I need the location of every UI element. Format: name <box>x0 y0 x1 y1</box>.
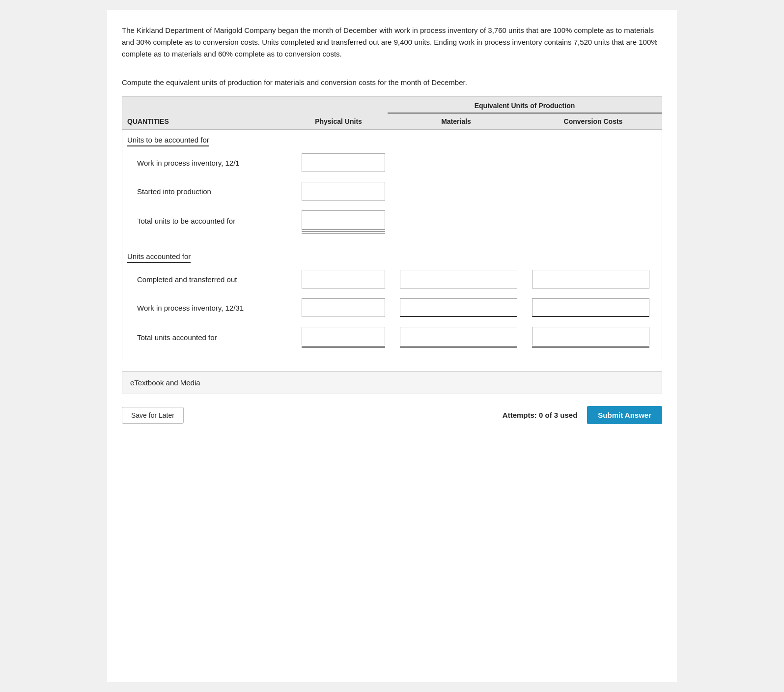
description-paragraph1: The Kirkland Department of Marigold Comp… <box>122 25 662 60</box>
cell-wip-1231-materials <box>392 298 525 317</box>
cell-wip-1231-physical <box>294 298 392 317</box>
eup-header: Equivalent Units of Production <box>388 97 662 114</box>
input-wip-1231-physical[interactable] <box>302 298 385 317</box>
col-header-conversion: Conversion Costs <box>525 114 662 129</box>
row-wip-1231: Work in process inventory, 12/31 <box>122 293 662 322</box>
row-started: Started into production <box>122 177 662 205</box>
footer-bar: Save for Later Attempts: 0 of 3 used Sub… <box>122 399 662 434</box>
label-completed: Completed and transferred out <box>127 275 294 284</box>
cell-wip-1231-conversion <box>525 298 657 317</box>
input-total-accounted-physical[interactable] <box>302 327 385 346</box>
input-wip-121-physical[interactable] <box>302 153 385 172</box>
input-wip-1231-materials[interactable] <box>400 298 517 317</box>
input-completed-conversion[interactable] <box>532 270 649 288</box>
label-total-units-to-be: Total units to be accounted for <box>127 217 294 225</box>
row-completed: Completed and transferred out <box>122 265 662 293</box>
cell-completed-conversion <box>525 270 657 288</box>
cell-started-physical <box>294 182 392 201</box>
etextbook-bar: eTextbook and Media <box>122 371 662 394</box>
input-total-to-be-physical[interactable] <box>302 210 385 229</box>
cell-total-to-be-physical <box>294 210 392 231</box>
input-completed-materials[interactable] <box>400 270 517 288</box>
input-completed-physical[interactable] <box>302 270 385 288</box>
quantities-table: Equivalent Units of Production QUANTITIE… <box>122 96 662 361</box>
cell-completed-physical <box>294 270 392 288</box>
label-wip-1231: Work in process inventory, 12/31 <box>127 304 294 312</box>
input-total-accounted-materials[interactable] <box>400 327 517 346</box>
cell-wip-121-physical <box>294 153 392 172</box>
col-header-materials: Materials <box>388 114 525 129</box>
attempts-text: Attempts: 0 of 3 used <box>503 411 578 419</box>
submit-answer-button[interactable]: Submit Answer <box>587 406 662 424</box>
row-wip-121: Work in process inventory, 12/1 <box>122 148 662 177</box>
etextbook-label: eTextbook and Media <box>130 378 200 387</box>
save-later-button[interactable]: Save for Later <box>122 407 184 424</box>
label-total-accounted: Total units accounted for <box>127 333 294 342</box>
section-units-accounted: Units accounted for <box>127 252 191 263</box>
cell-total-accounted-conversion <box>525 327 657 348</box>
row-total-units-to-be: Total units to be accounted for <box>122 205 662 236</box>
compute-label: Compute the equivalent units of producti… <box>122 78 662 86</box>
col-header-physical: Physical Units <box>289 114 388 129</box>
row-total-accounted: Total units accounted for <box>122 322 662 353</box>
col-header-quantities: QUANTITIES <box>122 114 289 129</box>
input-wip-1231-conversion[interactable] <box>532 298 649 317</box>
cell-completed-materials <box>392 270 525 288</box>
section-units-to-be: Units to be accounted for <box>127 136 209 146</box>
footer-right: Attempts: 0 of 3 used Submit Answer <box>503 406 662 424</box>
label-started: Started into production <box>127 187 294 196</box>
input-started-physical[interactable] <box>302 182 385 201</box>
label-wip-121: Work in process inventory, 12/1 <box>127 159 294 167</box>
input-total-accounted-conversion[interactable] <box>532 327 649 346</box>
cell-total-accounted-materials <box>392 327 525 348</box>
cell-total-accounted-physical <box>294 327 392 348</box>
